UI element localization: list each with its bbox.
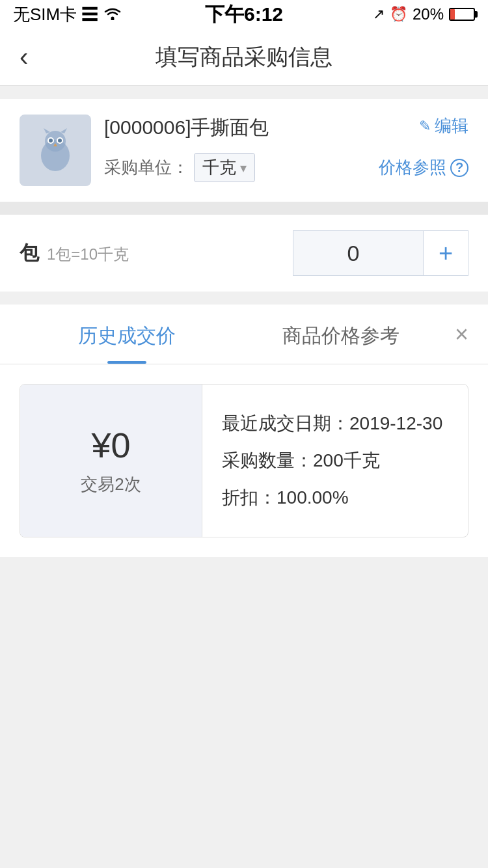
product-unit-row: 采购单位： 千克 ▾ 价格参照 ?	[104, 153, 468, 182]
quantity-input-area: +	[293, 230, 468, 276]
product-image	[20, 115, 91, 186]
battery-icon	[449, 8, 475, 21]
bottom-area	[0, 557, 488, 868]
product-logo	[29, 124, 81, 176]
discount-value: 100.00%	[277, 487, 349, 508]
wifi-icon	[103, 5, 122, 25]
history-recent-date-row: 最近成交日期：2019-12-30	[222, 411, 448, 436]
edit-label: 编辑	[435, 115, 468, 137]
product-header: [0000006]手撕面包 ✎ 编辑	[104, 115, 468, 141]
history-price-col: ¥0 交易2次	[20, 385, 202, 537]
quantity-unit-main: 包	[20, 240, 39, 267]
status-time: 下午6:12	[205, 1, 283, 28]
tab-bar: 历史成交价 商品价格参考 ×	[0, 305, 488, 364]
section-divider	[0, 202, 488, 215]
recent-date-value: 2019-12-30	[349, 413, 442, 433]
carrier-text: 无SIM卡 ☰	[13, 3, 98, 26]
unit-label: 采购单位：	[104, 156, 189, 179]
quantity-unit-sub: 1包=10千克	[47, 244, 129, 265]
tab-product-price-label: 商品价格参考	[282, 325, 400, 346]
alarm-icon: ⏰	[390, 6, 407, 23]
nav-bar: ‹ 填写商品采购信息	[0, 29, 488, 86]
status-bar: 无SIM卡 ☰ 下午6:12 ↗ ⏰ 20%	[0, 0, 488, 29]
recent-date-label: 最近成交日期：	[222, 413, 349, 433]
price-ref-button[interactable]: 价格参照 ?	[379, 156, 468, 179]
history-detail-col: 最近成交日期：2019-12-30 采购数量：200千克 折扣：100.00%	[202, 385, 468, 537]
svg-point-5	[49, 139, 53, 142]
quantity-row: 包 1包=10千克 +	[0, 215, 488, 292]
history-purchase-qty-row: 采购数量：200千克	[222, 448, 448, 473]
history-discount-row: 折扣：100.00%	[222, 485, 448, 510]
svg-marker-9	[61, 128, 67, 133]
product-name: [0000006]手撕面包	[104, 115, 269, 141]
price-ref-help-icon: ?	[450, 159, 468, 177]
edit-icon: ✎	[419, 118, 431, 135]
status-indicators: ↗ ⏰ 20%	[373, 5, 475, 23]
quantity-input[interactable]	[293, 230, 423, 276]
tab-section: 历史成交价 商品价格参考 × ¥0 交易2次 最近成交日期：2019-12-30…	[0, 305, 488, 557]
battery-percent: 20%	[413, 5, 444, 23]
discount-label: 折扣：	[222, 487, 277, 508]
purchase-qty-value: 200千克	[313, 450, 380, 470]
svg-marker-8	[44, 128, 50, 133]
history-card: ¥0 交易2次 最近成交日期：2019-12-30 采购数量：200千克 折扣：…	[20, 384, 468, 537]
svg-point-6	[58, 139, 62, 142]
plus-icon: +	[439, 239, 453, 267]
history-price: ¥0	[91, 425, 130, 465]
tab-history[interactable]: 历史成交价	[20, 305, 234, 364]
svg-point-0	[111, 16, 115, 20]
tab-product-price[interactable]: 商品价格参考	[234, 305, 448, 364]
tab-close-button[interactable]: ×	[448, 314, 475, 355]
location-icon: ↗	[373, 6, 385, 23]
unit-value: 千克	[202, 156, 236, 179]
unit-arrow-icon: ▾	[240, 160, 247, 176]
history-trades: 交易2次	[81, 473, 141, 496]
price-ref-label: 价格参照	[379, 156, 446, 179]
tab-content-history: ¥0 交易2次 最近成交日期：2019-12-30 采购数量：200千克 折扣：…	[0, 364, 488, 557]
purchase-qty-label: 采购数量：	[222, 450, 313, 470]
quantity-plus-button[interactable]: +	[423, 230, 468, 276]
status-carrier: 无SIM卡 ☰	[13, 3, 122, 26]
unit-select[interactable]: 千克 ▾	[194, 153, 255, 182]
tab-history-label: 历史成交价	[78, 325, 176, 346]
edit-button[interactable]: ✎ 编辑	[419, 115, 468, 137]
page-title: 填写商品采购信息	[156, 42, 332, 72]
back-button[interactable]: ‹	[20, 42, 28, 72]
product-info: [0000006]手撕面包 ✎ 编辑 采购单位： 千克 ▾ 价格参照 ?	[104, 115, 468, 182]
product-card: [0000006]手撕面包 ✎ 编辑 采购单位： 千克 ▾ 价格参照 ?	[0, 99, 488, 202]
back-icon: ‹	[20, 42, 28, 72]
quantity-label-area: 包 1包=10千克	[20, 240, 129, 267]
